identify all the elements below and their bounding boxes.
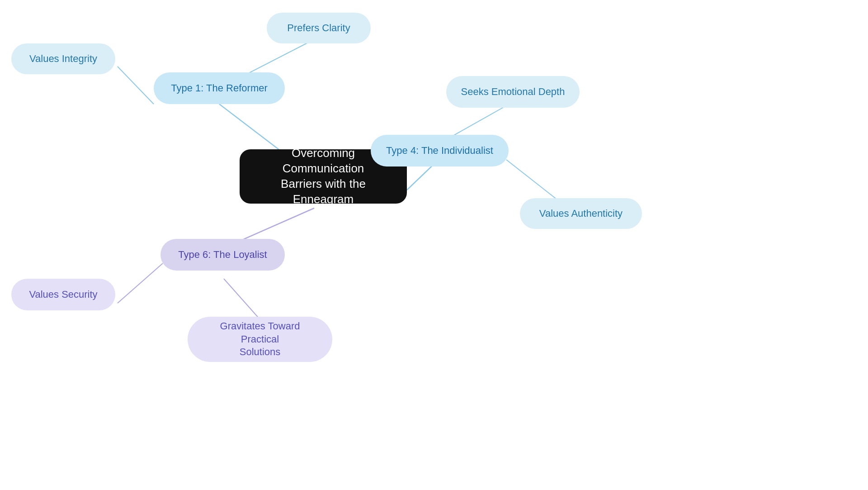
- mind-map-canvas: Overcoming Communication Barriers with t…: [0, 0, 868, 490]
- svg-line-7: [118, 263, 163, 303]
- values-security-node: Values Security: [11, 279, 115, 310]
- values-integrity-node: Values Integrity: [11, 43, 115, 74]
- gravitates-node: Gravitates Toward Practical Solutions: [188, 317, 332, 362]
- svg-line-2: [118, 67, 154, 104]
- prefers-clarity-node: Prefers Clarity: [267, 13, 371, 43]
- connection-lines: [0, 0, 868, 490]
- seeks-emotional-depth-node: Seeks Emotional Depth: [446, 76, 580, 108]
- values-authenticity-node: Values Authenticity: [520, 198, 642, 229]
- type1-node: Type 1: The Reformer: [154, 72, 285, 104]
- type6-node: Type 6: The Loyalist: [160, 239, 285, 271]
- svg-line-8: [224, 279, 260, 319]
- type4-node: Type 4: The Individualist: [371, 135, 509, 167]
